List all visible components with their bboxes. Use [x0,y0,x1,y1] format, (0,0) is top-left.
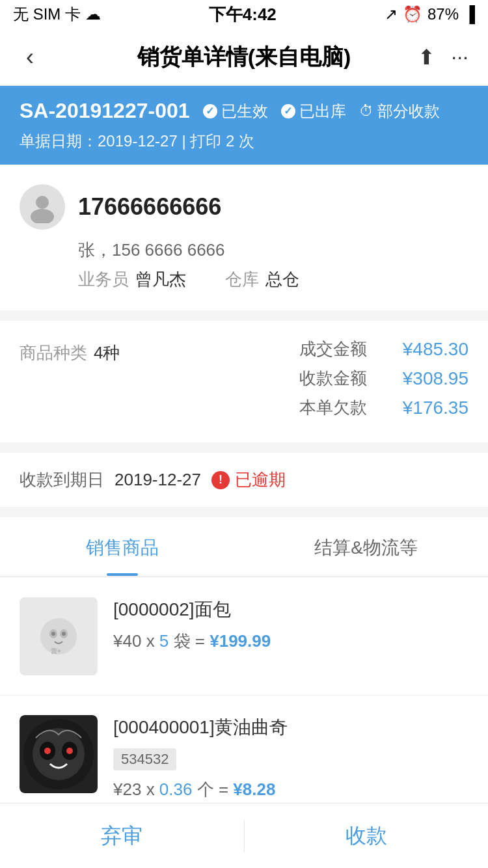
debt-label: 本单欠款 [299,396,367,419]
status-right: ↗ ⏰ 87% ▐ [385,5,475,23]
price-x-2: x [146,780,159,799]
order-date-info: 单据日期：2019-12-27 | 打印 2 次 [20,131,468,152]
product-thumbnail-1: 营+ [20,597,98,675]
svg-point-13 [66,748,73,754]
bottom-bar: 弃审 收款 [0,803,488,868]
status-bar: 无 SIM 卡 ☁ 下午4:42 ↗ ⏰ 87% ▐ [0,0,488,29]
product-name-2: [000400001]黄油曲奇 [113,715,468,740]
clock-icon: ⏱ [359,103,373,120]
product-info-2: [000400001]黄油曲奇 534532 ¥23 x 0.36 个 = ¥8… [113,715,468,801]
overdue-text: 已逾期 [235,468,286,491]
status-time: 下午4:42 [209,3,277,26]
customer-meta: 业务员 曾凡杰 仓库 总仓 [20,268,468,291]
equals-1: = [195,631,210,651]
salesperson-value: 曾凡杰 [135,268,186,291]
status-left: 无 SIM 卡 ☁ [13,4,101,25]
product-item: 营+ [0000002]面包 ¥40 x 5 袋 = ¥199.99 [0,578,488,696]
product-tag-2: 534532 [113,748,176,770]
due-label: 收款到期日 [20,468,104,491]
status-badge-shipped: ✓ 已出库 [281,101,346,122]
product-list: 营+ [0000002]面包 ¥40 x 5 袋 = ¥199.99 [0,578,488,821]
warehouse-label: 仓库 [225,268,259,291]
product-total-1: ¥199.99 [210,631,271,651]
location-icon: ↗ [385,5,398,23]
types-label: 商品种类 [20,342,87,364]
collect-label: 收款金额 [299,367,367,390]
due-date: 2019-12-27 [115,470,201,490]
product-unit-2: 个 [197,780,214,799]
product-types: 商品种类 4种 [20,338,120,364]
debt-value: ¥176.35 [377,398,468,418]
svg-point-1 [31,209,54,223]
product-qty-1: 5 [159,631,169,651]
collect-payment-button[interactable]: 收款 [245,804,489,868]
product-price-1: ¥40 [113,631,141,651]
nav-bar: ‹ 销货单详情(来自电脑) ⬆ ··· [0,29,488,86]
product-total-2: ¥8.28 [233,780,275,799]
status-badge-effective: ✓ 已生效 [203,101,268,122]
check-icon-1: ✓ [203,104,217,118]
due-section: 收款到期日 2019-12-27 ! 已逾期 [0,453,488,507]
tab-products[interactable]: 销售商品 [0,517,244,576]
battery-level: 87% [427,5,459,23]
product-thumbnail-2 [20,715,98,793]
amount-section: 商品种类 4种 成交金额 ¥485.30 收款金额 ¥308.95 本单欠款 ¥… [0,321,488,442]
product-unit-1: 袋 [174,631,191,651]
customer-name: 17666666666 [78,193,221,221]
types-count: 4种 [94,342,120,364]
svg-text:营+: 营+ [51,647,61,655]
salesperson-label: 业务员 [78,268,129,291]
customer-detail: 张，156 6666 6666 [20,239,468,262]
order-header: SA-20191227-001 ✓ 已生效 ✓ 已出库 ⏱ 部分收款 单据日期：… [0,86,488,165]
more-icon[interactable]: ··· [451,45,468,69]
status-badge-partial: ⏱ 部分收款 [359,101,440,122]
svg-point-12 [44,748,51,754]
product-info-1: [0000002]面包 ¥40 x 5 袋 = ¥199.99 [113,597,468,653]
tabs-section: 销售商品 结算&物流等 [0,517,488,576]
svg-point-6 [62,632,66,636]
product-image-2 [20,715,98,793]
product-qty-2: 0.36 [159,780,193,799]
sim-status: 无 SIM 卡 ☁ [13,4,101,25]
back-button[interactable]: ‹ [20,37,40,77]
collect-value: ¥308.95 [377,368,468,389]
share-icon[interactable]: ⬆ [418,45,435,70]
svg-point-5 [51,632,55,636]
amounts-right: 成交金额 ¥485.30 收款金额 ¥308.95 本单欠款 ¥176.35 [299,338,468,426]
deal-label: 成交金额 [299,338,367,360]
tab-settlement[interactable]: 结算&物流等 [244,517,488,576]
alarm-icon: ⏰ [403,5,422,23]
product-image-placeholder-1: 营+ [20,597,98,675]
overdue-icon: ! [211,471,230,489]
check-icon-2: ✓ [281,104,295,118]
product-price-row-2: ¥23 x 0.36 个 = ¥8.28 [113,778,468,801]
page-title: 销货单详情(来自电脑) [137,42,351,72]
deal-value: ¥485.30 [377,339,468,360]
product-price-2: ¥23 [113,780,141,799]
overdue-badge: ! 已逾期 [211,468,286,491]
nav-right-actions: ⬆ ··· [418,45,468,70]
equals-2: = [219,780,233,799]
cancel-review-button[interactable]: 弃审 [0,804,244,868]
product-price-row-1: ¥40 x 5 袋 = ¥199.99 [113,630,468,653]
svg-point-0 [36,196,49,209]
customer-section: 17666666666 张，156 6666 6666 业务员 曾凡杰 仓库 总… [0,165,488,310]
order-id: SA-20191227-001 [20,99,190,123]
battery-icon: ▐ [464,5,475,23]
warehouse-value: 总仓 [265,268,299,291]
product-name-1: [0000002]面包 [113,597,468,622]
price-x-1: x [146,631,159,651]
avatar [20,184,65,230]
